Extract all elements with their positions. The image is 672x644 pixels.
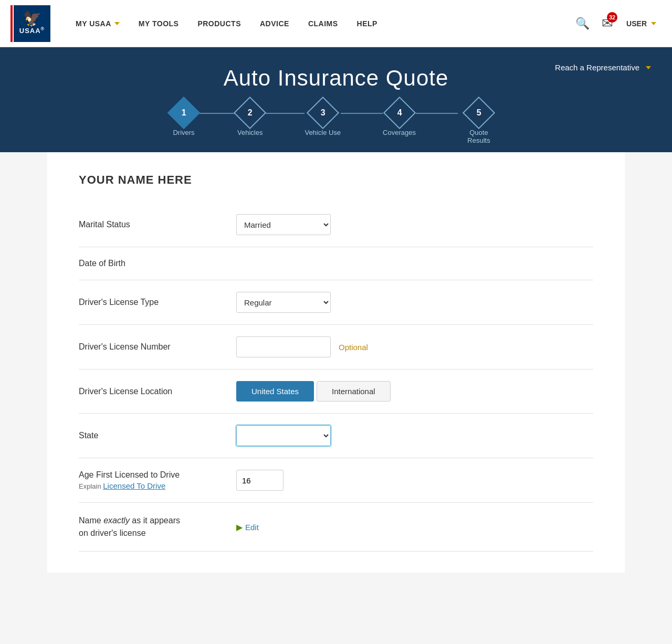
step-4-coverages[interactable]: 4 Coverages [383,101,416,136]
btn-united-states[interactable]: United States [236,381,314,402]
step-connector-2-3 [262,113,304,114]
state-control: Alabama Alaska Arizona Arkansas Californ… [236,425,593,446]
nav-item-help[interactable]: HELP [348,0,387,47]
state-select[interactable]: Alabama Alaska Arizona Arkansas Californ… [236,425,331,446]
btn-international[interactable]: International [317,381,391,402]
step-connector-1-2 [195,113,237,114]
date-of-birth-row: Date of Birth [79,247,593,280]
licensed-to-drive-link[interactable]: Licensed To Drive [103,481,165,490]
header-banner: Reach a Representative Auto Insurance Qu… [0,47,672,152]
nav-item-advice[interactable]: ADVICE [250,0,299,47]
marital-status-row: Marital Status Married Single Divorced W… [79,203,593,247]
main-content: YOUR NAME HERE Marital Status Married Si… [47,152,625,573]
name-on-license-label: Name exactly as it appears on driver's l… [79,514,226,540]
license-type-label: Driver's License Type [79,298,226,307]
license-location-buttons: United States International [236,381,391,402]
reach-representative[interactable]: Reach a Representative [555,63,651,72]
license-number-control: Optional [236,336,593,357]
name-on-license-control: ▶ Edit [236,522,593,532]
edit-arrow-icon: ▶ [236,522,243,532]
nav-right: 🔍 ✉ 32 USER [571,13,662,35]
license-type-row: Driver's License Type Regular Commercial… [79,280,593,325]
license-number-input[interactable] [236,336,331,357]
section-title: YOUR NAME HERE [79,173,593,187]
nav-item-products[interactable]: PRODUCTS [188,0,250,47]
license-number-row: Driver's License Number Optional [79,325,593,369]
nav-item-myusaa[interactable]: MY USAA [66,0,129,47]
logo-eagle-icon: 🦅 [23,12,41,26]
mail-badge: 32 [607,12,617,23]
step-3-vehicle-use[interactable]: 3 Vehicle Use [304,101,341,136]
red-bar [10,5,13,42]
step-4-diamond: 4 [383,97,415,129]
explain-licensed-sub: Explain Licensed To Drive [79,481,226,490]
step-3-diamond: 3 [307,97,339,129]
license-location-control: United States International [236,381,593,402]
date-of-birth-label: Date of Birth [79,259,226,268]
license-location-label: Driver's License Location [79,387,226,396]
step-connector-4-5 [416,113,458,114]
logo-box: 🦅 USAA® [14,5,50,42]
steps-progress: 1 Drivers 2 Vehicles 3 Vehicle Use 4 Cov… [21,91,651,152]
age-licensed-input[interactable] [236,470,284,491]
nav-item-mytools[interactable]: MY TOOLS [129,0,188,47]
user-chevron-icon [651,22,656,25]
optional-label: Optional [339,343,368,352]
search-icon[interactable]: 🔍 [571,13,594,35]
state-label: State [79,431,226,440]
age-licensed-row: Age First Licensed to Drive Explain Lice… [79,458,593,503]
marital-status-control: Married Single Divorced Widowed [236,214,593,235]
chevron-down-icon [114,22,120,25]
logo-text: USAA® [19,26,45,35]
step-1-drivers[interactable]: 1 Drivers [172,101,195,136]
step-2-diamond: 2 [234,97,266,129]
step-5-diamond: 5 [463,97,495,129]
marital-status-label: Marital Status [79,220,226,229]
logo[interactable]: 🦅 USAA® [10,5,50,42]
step-2-vehicles[interactable]: 2 Vehicles [237,101,262,136]
reach-rep-chevron-icon [646,66,651,69]
step-5-quote-results[interactable]: 5 Quote Results [458,101,500,144]
license-type-select[interactable]: Regular Commercial Learner's Permit Inte… [236,292,331,313]
age-licensed-control [236,470,593,491]
marital-status-select[interactable]: Married Single Divorced Widowed [236,214,331,235]
step-connector-3-4 [341,113,383,114]
name-on-license-row: Name exactly as it appears on driver's l… [79,503,593,552]
license-type-control: Regular Commercial Learner's Permit Inte… [236,292,593,313]
user-menu[interactable]: USER [621,19,662,28]
state-row: State Alabama Alaska Arizona Arkansas Ca… [79,414,593,458]
age-licensed-label: Age First Licensed to Drive Explain Lice… [79,470,226,490]
nav-links: MY USAA MY TOOLS PRODUCTS ADVICE CLAIMS … [66,0,571,47]
license-location-row: Driver's License Location United States … [79,369,593,414]
mail-button[interactable]: ✉ 32 [602,15,613,31]
edit-name-link[interactable]: ▶ Edit [236,522,259,532]
step-1-diamond: 1 [167,97,200,129]
license-number-label: Driver's License Number [79,342,226,352]
nav-bar: 🦅 USAA® MY USAA MY TOOLS PRODUCTS ADVICE… [0,0,672,47]
nav-item-claims[interactable]: CLAIMS [299,0,348,47]
